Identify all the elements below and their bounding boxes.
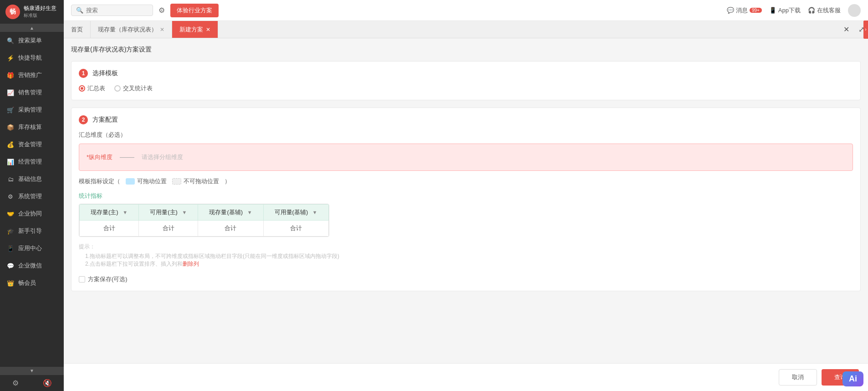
step1-header: 1 选择模板 [79, 69, 853, 78]
save-option-label: 方案保存(可选) [88, 275, 128, 283]
col-header-3[interactable]: 可用量(基辅) ▼ [263, 205, 328, 221]
gear-icon[interactable]: ⚙ [158, 6, 165, 15]
tips-area: 提示： 1.拖动标题栏可以调整布局，不可跨维度或指标区域拖动栏目字段(只能在同一… [79, 243, 853, 268]
download-icon: 📱 [769, 7, 776, 14]
search-input[interactable] [86, 7, 132, 14]
right-scroll-button[interactable]: › [863, 21, 868, 39]
apps-icon: 📱 [6, 244, 15, 252]
business-icon: 📊 [6, 158, 15, 166]
message-badge: 99+ [750, 8, 762, 13]
radio-cross-dot [114, 85, 121, 92]
sidebar: 畅 畅康通好生意 标准版 ▲ 🔍 搜索菜单 ⚡ 快捷导航 🎁 营销推广 📈 销售… [0, 0, 64, 391]
inventory-icon: 📦 [6, 123, 15, 131]
sidebar-item-apps[interactable]: 📱 应用中心 [0, 240, 64, 257]
sidebar-scroll-down[interactable]: ▼ [0, 367, 64, 375]
speaker-icon[interactable]: 🔇 [43, 379, 52, 387]
template-settings-label: 模板指标设定（ [79, 177, 120, 185]
legend-draggable: 可拖动位置 [126, 177, 167, 185]
step2-header: 2 方案配置 [79, 115, 853, 124]
trial-button[interactable]: 体验行业方案 [170, 4, 219, 17]
tab-home[interactable]: 首页 [64, 21, 91, 38]
step1-title: 选择模板 [92, 69, 118, 77]
template-radio-group: 汇总表 交叉统计表 [79, 84, 853, 93]
sidebar-item-collab[interactable]: 🤝 企业协同 [0, 205, 64, 222]
sidebar-logo: 畅 畅康通好生意 标准版 [0, 0, 64, 24]
page-title: 现存量(库存状况表)方案设置 [71, 46, 861, 54]
col-arrow-0: ▼ [123, 210, 128, 215]
member-icon: 👑 [6, 279, 15, 287]
sidebar-footer: ⚙ 🔇 [0, 375, 64, 391]
dimension-placeholder: 请选择分组维度 [142, 153, 183, 161]
sidebar-item-business[interactable]: 📊 经营管理 [0, 153, 64, 170]
cell-1: 合计 [139, 221, 198, 237]
sidebar-item-member[interactable]: 👑 畅会员 [0, 274, 64, 292]
sidebar-item-guide[interactable]: 🎓 新手引导 [0, 222, 64, 240]
sidebar-item-inventory[interactable]: 📦 库存核算 [0, 118, 64, 136]
col-header-2[interactable]: 现存量(基辅) ▼ [198, 205, 263, 221]
sidebar-item-system[interactable]: ⚙ 系统管理 [0, 188, 64, 205]
sidebar-item-basic-info[interactable]: 🗂 基础信息 [0, 170, 64, 188]
tips-item-0: 1.拖动标题栏可以调整布局，不可跨维度或指标区域拖动栏目字段(只能在同一维度或指… [85, 252, 853, 260]
basic-info-icon: 🗂 [6, 175, 15, 183]
purchase-icon: 🛒 [6, 106, 15, 114]
col-header-1[interactable]: 可用量(主) ▼ [139, 205, 198, 221]
app-download-button[interactable]: 📱 App下载 [769, 6, 801, 15]
col-arrow-1: ▼ [182, 210, 187, 215]
user-avatar[interactable] [848, 4, 861, 17]
app-name: 畅康通好生意 [24, 5, 56, 12]
tab-inventory-close[interactable]: ✕ [160, 26, 164, 33]
sidebar-item-search[interactable]: 🔍 搜索菜单 [0, 32, 64, 49]
template-settings-close-paren: ） [225, 177, 230, 185]
search-box[interactable]: 🔍 [71, 5, 153, 16]
wechat-icon: 💬 [6, 262, 15, 270]
ai-badge[interactable]: Ai [842, 371, 863, 386]
dimension-arrow: —— [120, 153, 134, 161]
tab-new-scheme-close[interactable]: ✕ [206, 26, 210, 33]
cancel-button[interactable]: 取消 [779, 369, 817, 386]
guide-icon: 🎓 [6, 227, 15, 235]
step2-badge: 2 [79, 115, 88, 124]
legend-non-draggable: 不可拖动位置 [172, 177, 219, 185]
topbar: 🔍 ⚙ 体验行业方案 💬 消息 99+ 📱 App下载 🎧 在线客服 [64, 0, 868, 21]
footer-bar: 取消 查询 [64, 363, 868, 391]
step1-card: 1 选择模板 汇总表 交叉统计表 [71, 61, 861, 100]
logo-icon: 畅 [5, 5, 20, 19]
sidebar-item-finance[interactable]: 💰 资金管理 [0, 136, 64, 153]
dimension-required: *纵向维度 [87, 153, 112, 161]
sidebar-item-quick-nav[interactable]: ⚡ 快捷导航 [0, 49, 64, 67]
save-option[interactable]: 方案保存(可选) [79, 275, 853, 283]
tab-inventory[interactable]: 现存量（库存状况表） ✕ [91, 21, 172, 38]
sidebar-item-sales[interactable]: 📈 销售管理 [0, 84, 64, 101]
legend-non-draggable-box [172, 178, 181, 185]
step2-title: 方案配置 [92, 116, 118, 124]
settings-icon[interactable]: ⚙ [12, 379, 19, 387]
radio-summary[interactable]: 汇总表 [79, 84, 105, 93]
tab-new-scheme[interactable]: 新建方案 ✕ [172, 21, 218, 38]
dimension-area[interactable]: *纵向维度 —— 请选择分组维度 [79, 144, 853, 171]
cell-2: 合计 [198, 221, 263, 237]
app-edition: 标准版 [24, 12, 56, 19]
save-checkbox[interactable] [79, 276, 85, 283]
stats-table: 现存量(主) ▼ 可用量(主) ▼ 现存量(基辅) ▼ [79, 204, 329, 237]
sidebar-scroll-up[interactable]: ▲ [0, 24, 64, 32]
customer-service-button[interactable]: 🎧 在线客服 [808, 6, 841, 15]
headset-icon: 🎧 [808, 7, 815, 14]
col-arrow-2: ▼ [247, 210, 252, 215]
radio-cross[interactable]: 交叉统计表 [114, 84, 153, 93]
tabbar-close-button[interactable]: ✕ [838, 25, 855, 34]
tab-home-label: 首页 [71, 26, 83, 34]
radio-summary-dot [79, 85, 85, 92]
col-header-0[interactable]: 现存量(主) ▼ [80, 205, 139, 221]
sidebar-item-purchase[interactable]: 🛒 采购管理 [0, 101, 64, 118]
stats-table-row: 合计 合计 合计 合计 [80, 221, 329, 237]
cell-3: 合计 [263, 221, 328, 237]
sidebar-item-wechat[interactable]: 💬 企业微信 [0, 257, 64, 274]
sidebar-item-marketing[interactable]: 🎁 营销推广 [0, 67, 64, 84]
cell-0: 合计 [80, 221, 139, 237]
system-icon: ⚙ [6, 192, 15, 201]
quick-nav-icon: ⚡ [6, 54, 15, 62]
message-button[interactable]: 💬 消息 99+ [727, 6, 762, 15]
stats-table-wrap: 现存量(主) ▼ 可用量(主) ▼ 现存量(基辅) ▼ [79, 204, 329, 237]
step1-badge: 1 [79, 69, 88, 78]
marketing-icon: 🎁 [6, 71, 15, 79]
